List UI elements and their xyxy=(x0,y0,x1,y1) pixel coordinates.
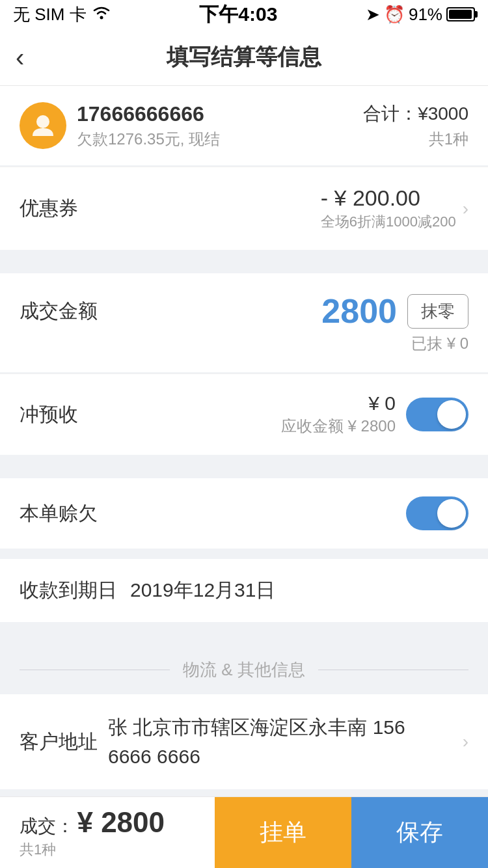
bottom-bar: 成交： ¥ 2800 共1种 挂单 保存 xyxy=(0,796,488,868)
credit-label: 本单赊欠 xyxy=(20,500,98,527)
pending-button[interactable]: 挂单 xyxy=(215,797,351,869)
customer-info: 17666666666 欠款1276.35元, 现结 xyxy=(77,102,220,150)
credit-section: 本单赊欠 xyxy=(0,478,488,549)
duedate-section: 收款到期日 2019年12月31日 xyxy=(0,559,488,622)
bottom-count: 共1种 xyxy=(20,840,195,860)
svg-point-1 xyxy=(36,115,49,128)
precollect-row: 冲预收 ¥ 0 应收金额 ¥ 2800 xyxy=(20,392,468,437)
customer-phone: 17666666666 xyxy=(77,102,220,126)
content: 17666666666 欠款1276.35元, 现结 合计：¥3000 共1种 … xyxy=(0,86,488,868)
address-value: 张 北京市市辖区海淀区永丰南 156 6666 6666 xyxy=(98,712,463,771)
precollect-label: 冲预收 xyxy=(20,401,78,428)
status-bar: 无 SIM 卡 下午4:03 ➤ ⏰ 91% xyxy=(0,0,488,29)
section-divider-1 xyxy=(0,260,488,273)
customer-count: 共1种 xyxy=(363,129,468,150)
duedate-value: 2019年12月31日 xyxy=(130,577,275,604)
bottom-deal-label: 成交： xyxy=(20,816,74,836)
save-button[interactable]: 保存 xyxy=(351,797,488,869)
amount-label: 成交金额 xyxy=(20,298,98,325)
coupon-desc: 全场6折满1000减200 xyxy=(321,212,456,232)
divider-line-right xyxy=(318,670,468,670)
customer-left: 17666666666 欠款1276.35元, 现结 xyxy=(20,102,220,150)
logistics-label: 物流 & 其他信息 xyxy=(183,658,305,681)
avatar xyxy=(20,102,66,149)
coupon-amount: - ¥ 200.00 xyxy=(321,185,456,211)
status-time: 下午4:03 xyxy=(199,1,277,28)
nav-title: 填写结算等信息 xyxy=(167,42,321,72)
sim-text: 无 SIM 卡 xyxy=(13,3,87,26)
amount-value: 2800 xyxy=(321,292,397,331)
bottom-summary: 成交： ¥ 2800 共1种 xyxy=(0,806,215,860)
amount-section: 成交金额 2800 抹零 已抹 ¥ 0 xyxy=(0,273,488,372)
wifi-icon xyxy=(92,5,111,25)
round-down-button[interactable]: 抹零 xyxy=(407,294,468,329)
alarm-icon: ⏰ xyxy=(384,5,405,25)
toggle-knob xyxy=(437,400,466,429)
customer-right: 合计：¥3000 共1种 xyxy=(363,102,468,150)
precollect-section: 冲预收 ¥ 0 应收金额 ¥ 2800 xyxy=(0,373,488,455)
address-label: 客户地址 xyxy=(20,729,98,755)
address-chevron-icon: › xyxy=(463,731,468,752)
credit-toggle-knob xyxy=(437,499,466,528)
bottom-deal-row: 成交： ¥ 2800 xyxy=(20,806,195,839)
coupon-label: 优惠券 xyxy=(20,195,78,222)
amount-row: 成交金额 2800 抹零 xyxy=(20,292,468,331)
status-left: 无 SIM 卡 xyxy=(13,3,111,26)
customer-sub: 欠款1276.35元, 现结 xyxy=(77,129,220,150)
svg-point-0 xyxy=(100,16,103,19)
status-right: ➤ ⏰ 91% xyxy=(366,5,475,25)
credit-toggle[interactable] xyxy=(406,496,468,530)
precollect-right: ¥ 0 应收金额 ¥ 2800 xyxy=(281,392,468,437)
customer-total: 合计：¥3000 xyxy=(363,102,468,126)
section-divider-2 xyxy=(0,465,488,478)
battery-icon xyxy=(446,7,475,21)
bottom-deal-amount: ¥ 2800 xyxy=(77,806,165,838)
coupon-right: - ¥ 200.00 全场6折满1000减200 › xyxy=(321,185,468,232)
precollect-sub: 应收金额 ¥ 2800 xyxy=(281,416,396,437)
location-icon: ➤ xyxy=(366,5,380,25)
amount-right: 2800 抹零 xyxy=(321,292,468,331)
precollect-value: ¥ 0 应收金额 ¥ 2800 xyxy=(281,392,396,437)
divider-line-left xyxy=(20,670,170,670)
precollect-main: ¥ 0 xyxy=(281,392,396,414)
chevron-right-icon: › xyxy=(463,198,468,219)
address-section[interactable]: 客户地址 张 北京市市辖区海淀区永丰南 156 6666 6666 › xyxy=(0,694,488,789)
precollect-toggle[interactable] xyxy=(406,398,468,431)
nav-bar: ‹ 填写结算等信息 xyxy=(0,29,488,86)
coupon-row[interactable]: 优惠券 - ¥ 200.00 全场6折满1000减200 › xyxy=(0,167,488,250)
duedate-label: 收款到期日 xyxy=(20,577,117,604)
customer-card: 17666666666 欠款1276.35元, 现结 合计：¥3000 共1种 xyxy=(0,86,488,165)
amount-sub: 已抹 ¥ 0 xyxy=(20,333,468,354)
section-divider-3 xyxy=(0,632,488,645)
back-button[interactable]: ‹ xyxy=(16,44,24,70)
battery-percentage: 91% xyxy=(409,5,442,25)
logistics-divider: 物流 & 其他信息 xyxy=(0,645,488,694)
